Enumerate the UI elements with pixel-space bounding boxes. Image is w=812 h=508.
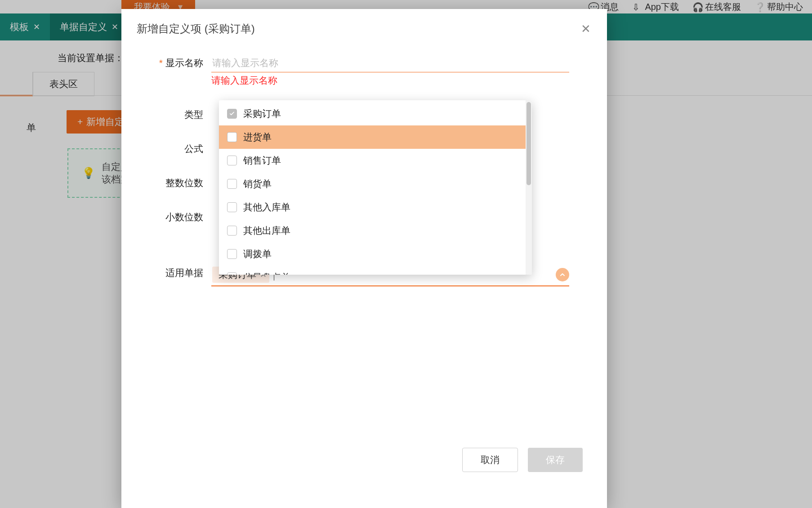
dropdown-item-label: 其他入库单 [243,201,290,214]
label-display-name: *显示名称 [121,54,211,69]
chevron-up-icon [559,271,566,278]
dropdown-item[interactable]: 进货单 [219,125,526,149]
checkbox-icon[interactable] [227,179,237,189]
dropdown-item[interactable]: 采购订单 [219,102,526,125]
dropdown-item[interactable]: 销售订单 [219,149,526,172]
applicable-dropdown: 采购订单 进货单 销售订单 销货单 其他入库单 其他出库单 [219,100,532,275]
dropdown-item-label: 销售订单 [243,154,281,167]
modal-title: 新增自定义项 (采购订单) [137,22,255,36]
close-icon[interactable]: ✕ [581,22,591,36]
label-type: 类型 [121,106,211,121]
checkbox-icon[interactable] [227,156,237,165]
dropdown-item-label: 进货单 [243,131,272,143]
checkbox-checked-icon[interactable] [227,109,237,119]
label-integer-digits: 整数位数 [121,174,211,189]
dropdown-item[interactable]: 调拨单 [219,242,526,266]
modal-header: 新增自定义项 (采购订单) ✕ [121,9,607,45]
label-decimal-digits: 小数位数 [121,208,211,223]
checkbox-icon[interactable] [227,202,237,212]
checkbox-icon[interactable] [227,272,237,275]
dropdown-item[interactable]: 其他入库单 [219,196,526,219]
dropdown-item[interactable]: 分量盘点单 [219,266,526,275]
dropdown-item-label: 采购订单 [243,107,281,120]
collapse-dropdown-button[interactable] [556,268,569,281]
modal-dialog: 新增自定义项 (采购订单) ✕ *显示名称 请输入显示名称 类型 公式 整数位数 [121,9,607,508]
checkbox-icon[interactable] [227,226,237,236]
dropdown-item-label: 其他出库单 [243,224,290,237]
cancel-button[interactable]: 取消 [462,448,518,472]
display-name-input[interactable] [211,54,569,72]
row-display-name: *显示名称 请输入显示名称 [121,54,569,87]
display-name-error: 请输入显示名称 [211,74,569,87]
dropdown-item[interactable]: 销货单 [219,172,526,196]
dropdown-item-label: 调拨单 [243,248,272,260]
save-button[interactable]: 保存 [528,448,583,472]
required-asterisk: * [159,58,163,68]
dropdown-item-label: 销货单 [243,178,272,190]
dropdown-item-label: 分量盘点单 [243,271,290,275]
label-formula: 公式 [121,140,211,155]
label-applicable: 适用单据 [121,264,211,279]
dropdown-list[interactable]: 采购订单 进货单 销售订单 销货单 其他入库单 其他出库单 [219,100,526,275]
dropdown-scrollbar[interactable] [526,100,532,275]
checkbox-icon[interactable] [227,132,237,142]
modal-footer: 取消 保存 [462,448,583,472]
dropdown-item[interactable]: 其他出库单 [219,219,526,242]
scrollbar-thumb[interactable] [526,102,531,185]
checkbox-icon[interactable] [227,249,237,259]
